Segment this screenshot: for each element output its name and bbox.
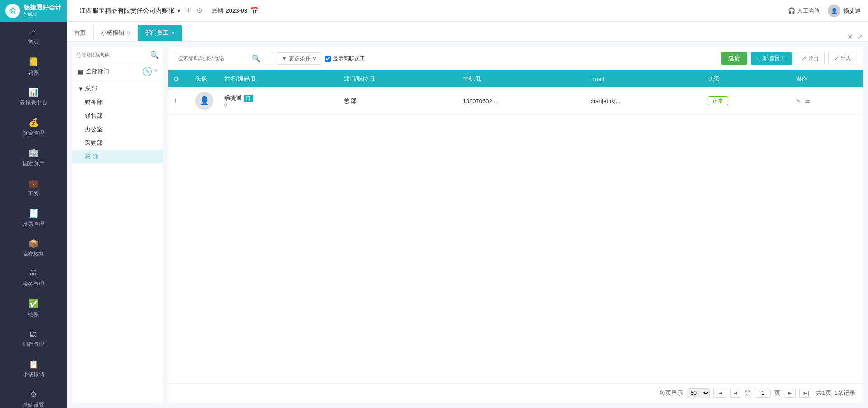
status-badge: 正常 — [708, 96, 728, 105]
settings-icon[interactable]: ⚙ — [196, 6, 203, 15]
first-page-btn[interactable]: |◄ — [713, 389, 726, 398]
import-btn[interactable]: ↙ 导入 — [828, 52, 857, 65]
sidebar-item-tax[interactable]: 🏛 税务管理 — [0, 264, 67, 294]
tree-search-input[interactable] — [76, 52, 148, 58]
export-icon: ↗ — [802, 55, 806, 62]
page-size-label: 每页显示 — [660, 389, 683, 397]
tree-body: ▼ 总部 财务部 销售部 办公室 采购部 — [72, 80, 163, 403]
tree-node-office[interactable]: 办公室 — [72, 123, 163, 136]
prev-page-btn[interactable]: ◄ — [730, 389, 742, 398]
col-avatar: 头像 — [190, 70, 219, 87]
tab-expense[interactable]: 小畅报销 × — [94, 25, 138, 41]
sidebar-label-assets: 固定资产 — [23, 160, 44, 167]
calendar-icon[interactable]: 📅 — [250, 6, 259, 15]
sidebar-item-funds[interactable]: 💰 资金管理 — [0, 112, 67, 142]
employee-search-input[interactable] — [178, 55, 250, 62]
tab-bar: 首页 小畅报销 × 部门员工 × ✕ ⤢ — [67, 22, 868, 42]
edit-dept-icon[interactable]: ✎ — [143, 67, 152, 76]
col-status: 状态 — [702, 70, 791, 87]
page-size-select[interactable]: 10 20 50 100 — [687, 388, 710, 398]
user-info[interactable]: 👤 畅捷通 — [828, 5, 861, 17]
tab-expand-icon[interactable]: ⤢ — [857, 33, 863, 41]
col-dept[interactable]: 部门/职位 ⇅ — [338, 70, 458, 87]
tree-node-sales[interactable]: 销售部 — [72, 109, 163, 123]
sidebar-item-expense[interactable]: 📋 小畅报销 — [0, 354, 67, 384]
app-version: 旗舰版 — [24, 11, 61, 18]
employee-search-icon[interactable]: 🔍 — [252, 54, 261, 63]
show-resigned-checkbox[interactable]: 显示离职员工 — [325, 55, 365, 62]
logout-employee-icon[interactable]: ⏏ — [805, 97, 811, 104]
period-label: 账期 — [212, 7, 223, 15]
archive-icon: 🗂 — [29, 329, 38, 339]
filter-label: 更多条件 — [289, 55, 311, 62]
sidebar-label-ledger: 总账 — [28, 69, 39, 76]
tree-node-purchase[interactable]: 采购部 — [72, 136, 163, 150]
sidebar-item-reports[interactable]: 📊 云报表中心 — [0, 82, 67, 112]
sidebar-item-invoice[interactable]: 🧾 发票管理 — [0, 203, 67, 233]
sidebar-item-settings[interactable]: ⚙ 基础设置 — [0, 384, 67, 408]
col-settings[interactable]: ⚙ — [168, 70, 190, 87]
last-page-btn[interactable]: ►| — [799, 389, 812, 398]
tab-department[interactable]: 部门员工 × — [138, 25, 182, 41]
sidebar-item-home[interactable]: ⌂ 首页 — [0, 22, 67, 52]
headset-icon: 🎧 — [788, 7, 795, 14]
employee-avatar: 👤 — [195, 92, 213, 110]
add-employee-btn[interactable]: + 新增员工 — [751, 52, 792, 65]
main-layout: ⌂ 首页 📒 总账 📊 云报表中心 💰 资金管理 🏢 固定资产 💼 工资 🧾 发… — [0, 22, 868, 408]
consultant-label: 人工咨询 — [797, 7, 821, 15]
tab-close-all-icon[interactable]: ✕ — [847, 33, 853, 41]
expense-icon: 📋 — [28, 359, 38, 369]
funds-icon: 💰 — [28, 118, 38, 128]
logo-texts: 畅捷通好会计 旗舰版 — [24, 4, 61, 18]
sidebar-item-inventory[interactable]: 📦 库存核算 — [0, 233, 67, 264]
tree-node-general[interactable]: ▼ 总部 — [72, 82, 163, 95]
sidebar-label-invoice: 发票管理 — [23, 220, 44, 228]
employee-name: 畅捷通 部 — [224, 94, 333, 102]
col-phone[interactable]: 手机 ⇅ — [458, 70, 584, 87]
toolbar-right: 邀请 + 新增员工 ↗ 导出 ↙ 导入 — [721, 52, 857, 65]
tree-node-finance[interactable]: 财务部 — [72, 95, 163, 109]
col-name[interactable]: 姓名/编码 ⇅ — [219, 70, 338, 87]
tab-expense-close[interactable]: × — [127, 30, 130, 36]
sidebar-item-ledger[interactable]: 📒 总账 — [0, 52, 67, 82]
tree-node-headquarters[interactable]: 总 部 — [72, 150, 163, 163]
sidebar-label-inventory: 库存核算 — [23, 251, 44, 258]
export-btn[interactable]: ↗ 导出 — [796, 52, 825, 65]
edit-employee-icon[interactable]: ✎ — [796, 97, 801, 104]
tab-home[interactable]: 首页 — [67, 25, 94, 41]
sidebar-label-funds: 资金管理 — [23, 129, 44, 137]
next-page-btn[interactable]: ► — [784, 389, 796, 398]
col-email: Email — [584, 70, 702, 87]
company-selector[interactable]: 江西服宝精品有限责任公司内账张 ▾ — [80, 7, 180, 15]
close-period-icon: ✅ — [28, 299, 38, 309]
add-company-icon[interactable]: + — [186, 6, 191, 15]
collapse-icon[interactable]: « — [154, 67, 157, 76]
table-row: 1 👤 畅捷通 部 — [168, 87, 863, 115]
tree-search: 🔍 — [72, 47, 163, 63]
page-number-input[interactable] — [755, 389, 771, 398]
sidebar-item-archive[interactable]: 🗂 归档管理 — [0, 324, 67, 354]
sidebar-item-assets[interactable]: 🏢 固定资产 — [0, 142, 67, 173]
name-sort-icon: ⇅ — [251, 75, 256, 82]
node-label-office: 办公室 — [85, 125, 103, 133]
tab-department-close[interactable]: × — [171, 30, 175, 36]
sidebar-item-payroll[interactable]: 💼 工资 — [0, 173, 67, 203]
filter-btn[interactable]: ▼ 更多条件 ∨ — [277, 52, 321, 65]
logo-icon: 会 — [5, 4, 20, 18]
resigned-checkbox-input[interactable] — [325, 56, 331, 62]
table-panel: 🔍 ▼ 更多条件 ∨ 显示离职员工 邀请 — [168, 47, 863, 403]
tree-search-icon[interactable]: 🔍 — [150, 51, 159, 59]
company-dropdown-icon: ▾ — [177, 7, 180, 14]
sidebar-label-home: 首页 — [28, 38, 39, 46]
tab-home-label: 首页 — [74, 29, 86, 37]
logo-area: 会 畅捷通好会计 旗舰版 — [0, 0, 67, 22]
ledger-icon: 📒 — [28, 57, 38, 67]
row-status-cell: 正常 — [702, 87, 791, 115]
page-label: 页 — [774, 389, 780, 397]
page-di-label: 第 — [745, 389, 751, 397]
sidebar-item-close[interactable]: ✅ 结账 — [0, 294, 67, 324]
row-action-cell: ✎ ⏏ — [790, 87, 863, 115]
node-label-purchase: 采购部 — [85, 139, 103, 147]
consultant-btn[interactable]: 🎧 人工咨询 — [788, 7, 821, 15]
invite-btn[interactable]: 邀请 — [721, 52, 747, 65]
